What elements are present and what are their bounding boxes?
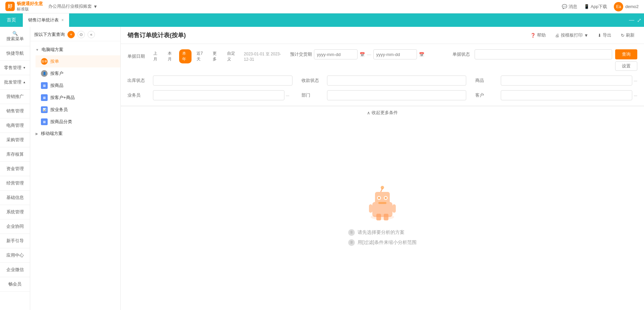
expected-date-end[interactable] [373, 49, 417, 59]
customer-input[interactable] [501, 90, 632, 100]
salesperson-ellipsis[interactable]: ··· [286, 93, 289, 98]
ship-status-select-wrapper [153, 75, 292, 86]
date-btn-this-month[interactable]: 本月 [165, 49, 177, 63]
tab-minimize-btn[interactable]: — [629, 17, 634, 23]
ship-status-select[interactable] [153, 75, 292, 86]
export-btn[interactable]: ⬇ 导出 [595, 31, 614, 40]
mobile-plan-group[interactable]: ▶ 移动端方案 [30, 128, 120, 139]
message-icon: 💬 [562, 4, 567, 9]
tab-maximize-btn[interactable]: ⤢ [637, 17, 641, 23]
empty-state: ① 请先选择要分析的方案 ② 用[过滤]条件来缩小分析范围 [121, 119, 644, 310]
content-area: 销售订单统计表(按单) ❓ 帮助 🖨 按模板打印 ▼ ⬇ 导出 ↻ 刷新 [121, 27, 644, 310]
tab-sales-order-stats[interactable]: 销售订单统计表 × [23, 13, 69, 27]
sidebar-item-search[interactable]: 🔍 搜索菜单 [0, 27, 30, 46]
salesperson-input[interactable] [153, 90, 284, 100]
logo-icon: 好 [5, 2, 15, 11]
date-btn-last-7[interactable]: 近7天 [194, 49, 208, 63]
sidebar-item-ecommerce[interactable]: 电商管理 [0, 118, 30, 133]
product-input[interactable] [501, 75, 632, 86]
empty-tip-2: ② 用[过滤]条件来缩小分析范围 [348, 239, 417, 246]
svg-rect-11 [384, 214, 388, 220]
date-btn-custom[interactable]: 自定义 [224, 49, 240, 63]
sidebar: 🔍 搜索菜单 快捷导航 零售管理 ▼ 批发管理 ▲ 营销推广 销售管理 电商管理… [0, 27, 30, 310]
settings-icon: ⊙ [79, 32, 83, 37]
calendar-icon-end[interactable]: 📅 [419, 52, 424, 57]
customer-label: 客户 [475, 92, 495, 98]
sidebar-item-marketing[interactable]: 营销推广 [0, 90, 30, 104]
collapse-bar[interactable]: ∧ 收起更多条件 [121, 106, 644, 119]
sidebar-item-basic[interactable]: 基础信息 [0, 191, 30, 205]
by-order-icon: 按单 [41, 58, 48, 65]
dept-select[interactable] [327, 90, 467, 100]
payment-status-select[interactable] [327, 75, 467, 86]
app-download-action[interactable]: 📱 App下载 [584, 4, 607, 10]
by-customer-icon: 👤 [41, 70, 48, 77]
help-icon: ❓ [530, 33, 536, 38]
order-status-label: 单据状态 [452, 51, 473, 57]
date-btn-prev-month[interactable]: 上月 [150, 49, 163, 63]
ship-status-label: 出库状态 [127, 78, 148, 84]
desktop-plan-group[interactable]: ▼ 电脑端方案 [30, 44, 120, 55]
plan-item-by-customer[interactable]: 👤 按客户 [36, 67, 120, 80]
tip-num-2: ② [348, 239, 355, 246]
svg-rect-7 [378, 202, 386, 204]
plan-settings-btn[interactable]: ⊙ [77, 31, 85, 38]
date-label: 单据日期 [127, 53, 148, 59]
customer-ellipsis[interactable]: ··· [634, 93, 637, 98]
sidebar-item-operations[interactable]: 经营管理 [0, 176, 30, 191]
tab-home[interactable]: 首页 [0, 13, 23, 27]
order-status-select[interactable] [475, 49, 612, 59]
panel-collapse-btn[interactable]: « [88, 31, 95, 38]
plan-item-by-product-category[interactable]: ▦ 按商品分类 [36, 116, 120, 128]
expected-date-start[interactable] [314, 49, 358, 59]
sidebar-item-app-center[interactable]: 应用中心 [0, 248, 30, 263]
sidebar-item-enterprise[interactable]: 企业协同 [0, 219, 30, 234]
sidebar-item-corp-wechat[interactable]: 企业微信 [0, 263, 30, 277]
add-plan-btn[interactable]: + [67, 31, 75, 38]
sidebar-item-member[interactable]: 畅会员 [0, 277, 30, 292]
filter-row-2: 出库状态 ▼ 收款状态 ▼ [127, 75, 637, 86]
sidebar-item-system[interactable]: 系统管理 [0, 205, 30, 219]
sidebar-item-sales[interactable]: 销售管理 [0, 104, 30, 118]
sidebar-item-wholesale[interactable]: 批发管理 ▲ [0, 75, 30, 90]
page-actions: ❓ 帮助 🖨 按模板打印 ▼ ⬇ 导出 ↻ 刷新 [528, 31, 637, 40]
calendar-icon-start[interactable]: 📅 [360, 52, 365, 57]
chevron-down-icon: ▼ [584, 33, 588, 38]
action-buttons: 查询 设置 [615, 49, 637, 71]
order-status-select-wrapper [475, 49, 612, 59]
sidebar-item-inventory[interactable]: 库存核算 [0, 147, 30, 162]
tab-bar: 首页 销售订单统计表 × — ⤢ [0, 13, 644, 27]
user-action[interactable]: Ea demo2 [614, 2, 639, 11]
plan-item-by-customer-product[interactable]: ▦ 按客户+商品 [36, 92, 120, 104]
message-action[interactable]: 💬 消息 [562, 4, 577, 10]
plan-item-by-product[interactable]: ▦ 按商品 [36, 80, 120, 92]
biz-selector[interactable]: 办公用品行业模拟账套 ▼ [46, 2, 100, 11]
sidebar-item-retail[interactable]: 零售管理 ▼ [0, 61, 30, 75]
product-ellipsis[interactable]: ··· [634, 78, 637, 83]
page-header: 销售订单统计表(按单) ❓ 帮助 🖨 按模板打印 ▼ ⬇ 导出 ↻ 刷新 [121, 27, 644, 44]
plan-item-by-salesperson[interactable]: 📊 按业务员 [36, 104, 120, 116]
sidebar-item-finance[interactable]: 资金管理 [0, 162, 30, 176]
query-btn[interactable]: 查询 [615, 49, 637, 59]
empty-tips: ① 请先选择要分析的方案 ② 用[过滤]条件来缩小分析范围 [348, 229, 417, 246]
empty-illustration [362, 184, 402, 224]
sidebar-item-quick-nav[interactable]: 快捷导航 [0, 46, 30, 61]
export-icon: ⬇ [598, 33, 601, 38]
top-header: 好 畅捷通好生意 标准版 办公用品行业模拟账套 ▼ 💬 消息 📱 App下载 E… [0, 0, 644, 13]
svg-rect-10 [376, 214, 381, 220]
plan-item-by-order[interactable]: 按单 按单 [36, 55, 120, 67]
sidebar-item-purchase[interactable]: 采购管理 [0, 133, 30, 147]
tab-bar-right: — ⤢ [629, 17, 644, 23]
expand-icon: ▼ [36, 48, 39, 52]
tab-close-icon[interactable]: × [61, 18, 64, 22]
chevron-down-icon: ▼ [93, 4, 98, 9]
help-btn[interactable]: ❓ 帮助 [528, 31, 548, 40]
refresh-btn[interactable]: ↻ 刷新 [618, 31, 637, 40]
date-btn-this-year[interactable]: 本年 [179, 49, 192, 63]
header-left: 好 畅捷通好生意 标准版 办公用品行业模拟账套 ▼ [5, 1, 100, 12]
collapse-icon: ∧ [367, 110, 370, 115]
date-btn-more[interactable]: 更多 [210, 49, 222, 63]
settings-btn[interactable]: 设置 [615, 61, 637, 71]
print-template-btn[interactable]: 🖨 按模板打印 ▼ [552, 31, 591, 40]
sidebar-item-newbie[interactable]: 新手引导 [0, 234, 30, 248]
